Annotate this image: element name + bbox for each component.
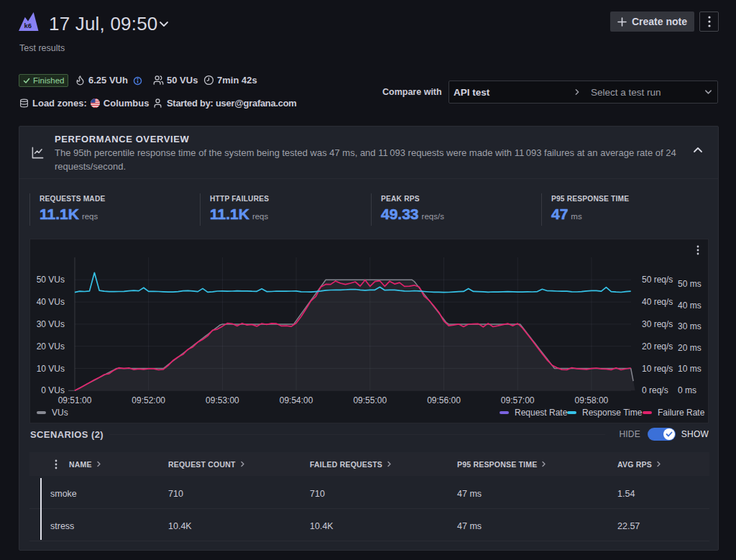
svg-text:40 VUs: 40 VUs: [37, 297, 65, 307]
svg-text:40 ms: 40 ms: [678, 300, 702, 311]
svg-text:09:51:00: 09:51:00: [58, 395, 92, 405]
svg-text:09:57:00: 09:57:00: [501, 395, 535, 405]
svg-text:50 ms: 50 ms: [678, 279, 702, 289]
svg-text:10 req/s: 10 req/s: [642, 364, 673, 374]
svg-text:0 req/s: 0 req/s: [642, 385, 668, 395]
svg-text:40 req/s: 40 req/s: [642, 297, 673, 307]
svg-text:30 ms: 30 ms: [678, 321, 702, 331]
svg-text:50 req/s: 50 req/s: [642, 275, 673, 285]
svg-text:20 req/s: 20 req/s: [642, 341, 673, 352]
svg-text:09:52:00: 09:52:00: [132, 395, 165, 405]
svg-text:20 ms: 20 ms: [678, 343, 702, 353]
svg-text:09:54:00: 09:54:00: [280, 395, 313, 405]
svg-text:09:56:00: 09:56:00: [427, 395, 461, 405]
svg-text:0 VUs: 0 VUs: [41, 385, 65, 395]
svg-text:30 req/s: 30 req/s: [642, 319, 673, 329]
svg-text:09:58:00: 09:58:00: [575, 395, 609, 405]
svg-text:09:55:00: 09:55:00: [353, 395, 387, 405]
svg-text:k6: k6: [24, 22, 32, 29]
svg-text:10 ms: 10 ms: [678, 364, 702, 374]
svg-text:20 VUs: 20 VUs: [37, 341, 65, 352]
svg-text:10 VUs: 10 VUs: [37, 364, 65, 374]
svg-text:50 VUs: 50 VUs: [37, 275, 65, 285]
svg-text:30 VUs: 30 VUs: [37, 319, 65, 329]
svg-text:09:53:00: 09:53:00: [206, 395, 239, 405]
svg-text:0 ms: 0 ms: [678, 385, 696, 395]
